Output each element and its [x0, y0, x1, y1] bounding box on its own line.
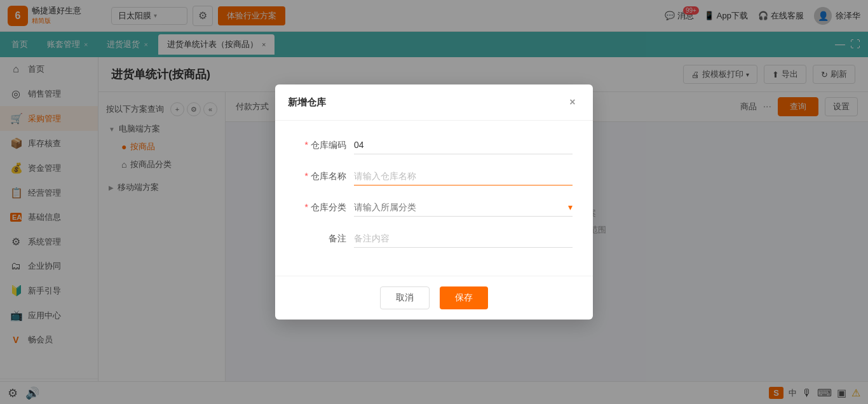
dialog-header: 新增仓库 × — [275, 84, 593, 121]
note-label: 备注 — [295, 233, 346, 245]
name-label: 仓库名称 — [295, 171, 346, 182]
cancel-button[interactable]: 取消 — [380, 286, 430, 309]
category-label: 仓库分类 — [295, 202, 346, 213]
form-row-name: 仓库名称 — [295, 167, 573, 185]
dialog-close-button[interactable]: × — [565, 95, 580, 110]
dialog-title: 新增仓库 — [288, 97, 326, 109]
dialog-footer: 取消 保存 — [275, 276, 593, 320]
form-row-category: 仓库分类 ▾ — [295, 198, 573, 217]
save-button[interactable]: 保存 — [440, 286, 488, 309]
category-input[interactable] — [354, 202, 568, 212]
chevron-down-icon: ▾ — [568, 202, 573, 212]
warehouse-code-input[interactable] — [354, 136, 573, 154]
form-row-code: 仓库编码 — [295, 136, 573, 154]
code-label: 仓库编码 — [295, 140, 346, 151]
category-select[interactable]: ▾ — [354, 198, 573, 217]
note-input[interactable] — [354, 229, 573, 248]
form-row-note: 备注 — [295, 229, 573, 248]
dialog-body: 仓库编码 仓库名称 仓库分类 ▾ 备注 — [275, 121, 593, 276]
warehouse-name-input[interactable] — [354, 167, 573, 185]
add-warehouse-dialog: 新增仓库 × 仓库编码 仓库名称 仓库分类 ▾ — [275, 84, 593, 320]
modal-overlay: 新增仓库 × 仓库编码 仓库名称 仓库分类 ▾ — [0, 0, 868, 404]
